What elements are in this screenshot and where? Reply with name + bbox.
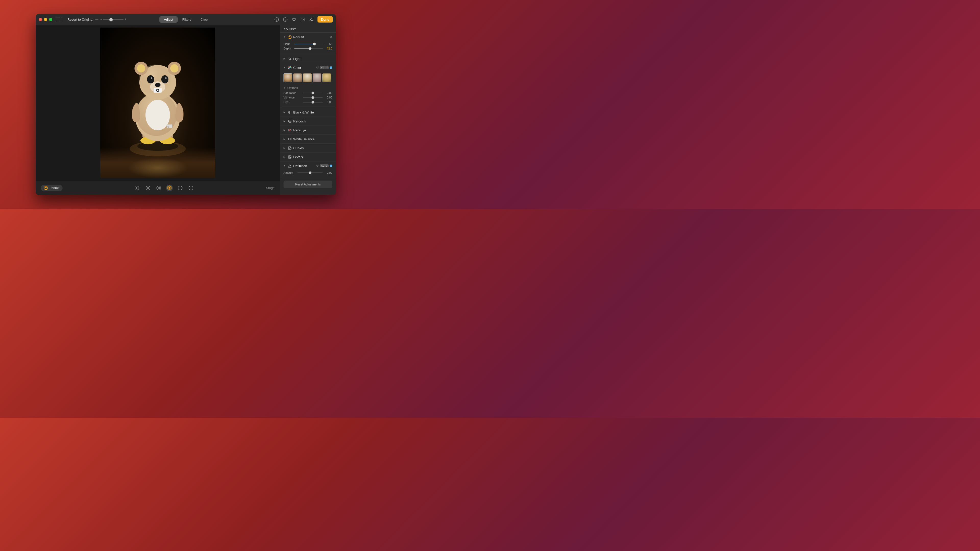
color-thumb-1[interactable] (283, 73, 292, 82)
levels-chevron: ▶ (283, 156, 286, 158)
color-thumb-3[interactable] (303, 73, 312, 82)
redeye-chevron: ▶ (283, 129, 286, 131)
svg-point-7 (310, 18, 311, 19)
curves-chevron: ▶ (283, 147, 286, 149)
color-section-title: Color (293, 66, 315, 70)
cast-slider[interactable] (303, 102, 323, 103)
saturation-label: Saturation (283, 91, 301, 94)
saturation-slider[interactable] (303, 93, 323, 94)
section-light: ▶ Light (280, 54, 336, 63)
depth-slider-track[interactable] (294, 48, 323, 49)
vibrance-thumb[interactable] (311, 96, 314, 99)
light-chevron: ▶ (283, 57, 286, 60)
svg-line-66 (290, 57, 291, 58)
layout-toggle[interactable] (56, 17, 63, 21)
info-icon[interactable]: i (274, 17, 279, 22)
cast-thumb[interactable] (311, 101, 314, 103)
definition-thumb[interactable] (309, 171, 311, 174)
portrait-badge[interactable]: Portrait (41, 185, 62, 191)
history-slider[interactable]: − + (100, 17, 126, 21)
portrait-label: Portrait (49, 186, 59, 190)
color-indicator (330, 66, 332, 69)
done-button[interactable]: Done (318, 16, 333, 23)
light-slider-track[interactable] (294, 44, 323, 44)
tool-target[interactable] (156, 185, 162, 191)
definition-section-title: Definition (293, 164, 315, 168)
tool-circle2[interactable] (177, 185, 183, 191)
section-portrait: ▼ Portrait ↺ Light (280, 33, 336, 54)
definition-auto-badge: AUTO (320, 164, 329, 167)
tab-crop[interactable]: Crop (196, 16, 212, 23)
saturation-thumb[interactable] (311, 92, 314, 94)
definition-chevron: ▼ (283, 165, 286, 167)
section-wb: ▶ White Balance (280, 135, 336, 144)
depth-thumb[interactable] (309, 47, 312, 50)
main-content: tag (36, 25, 336, 195)
section-light-header[interactable]: ▶ Light (280, 54, 336, 63)
close-button[interactable] (39, 18, 42, 21)
section-definition-header[interactable]: ▼ Definition ↺ AUTO (280, 162, 336, 170)
section-wb-header[interactable]: ▶ White Balance (280, 135, 336, 143)
svg-point-53 (178, 186, 182, 190)
svg-rect-78 (288, 138, 291, 140)
section-levels: ▶ Levels (280, 152, 336, 162)
tool-circle-dot[interactable] (145, 185, 151, 191)
tab-adjust[interactable]: Adjust (159, 16, 178, 23)
tool-hex[interactable] (166, 185, 173, 191)
definition-indicator (330, 165, 332, 167)
light-section-title: Light (293, 57, 332, 61)
section-redeye-header[interactable]: ▶ Red-Eye (280, 126, 336, 135)
color-thumb-4[interactable] (313, 73, 321, 82)
section-portrait-header[interactable]: ▼ Portrait ↺ (280, 33, 336, 41)
svg-point-4 (286, 19, 286, 19)
photos-icon[interactable] (300, 17, 305, 22)
section-levels-header[interactable]: ▶ Levels (280, 152, 336, 161)
minimize-button[interactable] (44, 18, 47, 21)
people-icon[interactable] (309, 17, 314, 22)
slider-thumb[interactable] (109, 18, 113, 21)
light-thumb[interactable] (313, 43, 316, 45)
revert-button[interactable]: Revert to Original (67, 17, 93, 21)
favorite-icon[interactable] (291, 17, 297, 22)
svg-point-77 (290, 130, 290, 130)
floor-spotlight (127, 158, 188, 178)
tool-sun[interactable] (134, 185, 141, 191)
svg-text:tag: tag (167, 126, 169, 127)
reset-adjustments-button[interactable]: Reset Adjustments (283, 181, 332, 188)
section-bw-header[interactable]: ▶ Black & White (280, 108, 336, 117)
levels-section-title: Levels (293, 155, 332, 159)
bw-section-title: Black & White (293, 110, 332, 114)
color-undo-icon[interactable]: ↺ (316, 66, 319, 69)
options-expand[interactable]: ▼ Options (283, 85, 332, 91)
color-thumb-5[interactable] (322, 73, 331, 82)
traffic-lights (39, 18, 52, 21)
section-color: ▼ Color ↺ AUTO (280, 63, 336, 108)
definition-undo-icon[interactable]: ↺ (316, 164, 319, 168)
svg-point-24 (170, 64, 178, 73)
depth-label: Depth (283, 47, 293, 50)
section-retouch: ▶ Retouch (280, 117, 336, 126)
slider-track[interactable] (103, 19, 124, 20)
bear-photo: tag (100, 27, 215, 178)
revert-section: Revert to Original — − + (67, 17, 126, 21)
portrait-undo-icon[interactable]: ↺ (330, 35, 332, 39)
maximize-button[interactable] (49, 18, 52, 21)
color-thumb-2[interactable] (293, 73, 302, 82)
svg-rect-6 (302, 19, 304, 20)
tab-filters[interactable]: Filters (178, 16, 196, 23)
vibrance-value: 0.00 (325, 96, 332, 99)
vibrance-slider[interactable] (303, 97, 323, 98)
slider-plus-icon: + (124, 17, 126, 21)
tool-dot-circle[interactable] (188, 185, 194, 191)
svg-point-2 (283, 17, 287, 21)
photo-viewer[interactable]: tag (36, 25, 280, 181)
share-icon[interactable] (283, 17, 288, 22)
definition-slider[interactable] (298, 172, 323, 173)
svg-point-3 (284, 19, 285, 19)
section-bw: ▶ Black & White (280, 108, 336, 117)
section-color-header[interactable]: ▼ Color ↺ AUTO (280, 63, 336, 72)
section-retouch-header[interactable]: ▶ Retouch (280, 117, 336, 125)
cast-label: Cast (283, 100, 301, 103)
svg-line-64 (290, 59, 291, 60)
section-curves-header[interactable]: ▶ Curves (280, 144, 336, 152)
